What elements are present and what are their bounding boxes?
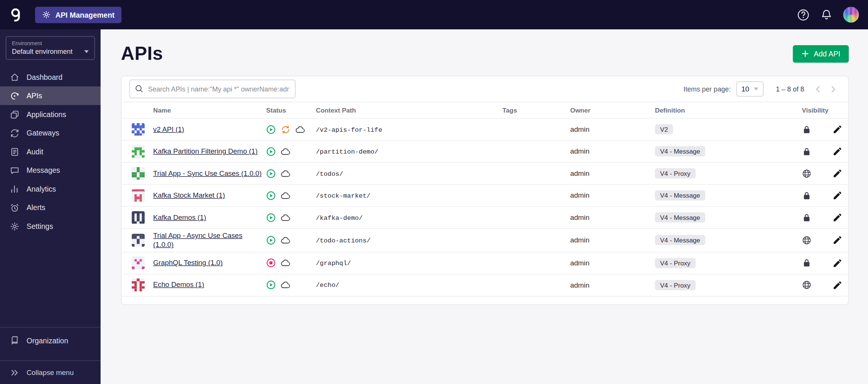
sidebar-item-label: Organization	[27, 336, 69, 345]
context-path: /graphql/	[316, 259, 351, 267]
collapse-icon	[10, 367, 20, 378]
status-cloud-icon	[281, 280, 291, 290]
table-body: v2 API (1) /v2-apis-for-life admin V2 Ka…	[122, 119, 848, 296]
sidebar-item-apis[interactable]: APIs	[0, 87, 101, 105]
sidebar-item-gateways[interactable]: Gateways	[0, 124, 101, 143]
topbar: API Management	[0, 0, 868, 29]
help-button[interactable]	[797, 8, 810, 21]
visibility-cell	[802, 190, 833, 200]
api-name-link[interactable]: Trial App - Async Use Cases (1.0.0)	[153, 229, 264, 252]
status-started-icon	[266, 146, 276, 156]
visibility-cell	[802, 125, 833, 134]
items-per-page-label: Items per page:	[683, 85, 730, 93]
status-cloud-icon	[281, 146, 291, 156]
owner-cell: admin	[570, 192, 655, 200]
sidebar-item-label: Dashboard	[27, 73, 63, 82]
edit-api-button[interactable]	[833, 258, 843, 268]
previous-page-button[interactable]	[811, 82, 826, 96]
messages-icon	[10, 165, 20, 175]
items-per-page-select[interactable]: 10	[736, 81, 763, 97]
visibility-private-icon	[802, 190, 812, 200]
api-name-link[interactable]: Trial App - Sync Use Cases (1.0.0)	[153, 166, 262, 180]
visibility-cell	[802, 235, 833, 245]
status-started-icon	[266, 169, 276, 178]
definition-badge: V4 - Message	[655, 146, 705, 157]
definition-badge: V4 - Proxy	[655, 258, 696, 268]
definition-badge: V4 - Message	[655, 190, 705, 201]
status-cell	[266, 190, 316, 200]
context-path: /kafka-demo/	[316, 214, 363, 221]
app-root: API Management Environment Default envir…	[0, 0, 868, 384]
table-row: v2 API (1) /v2-apis-for-life admin V2	[122, 119, 848, 141]
sidebar-item-organization[interactable]: Organization	[0, 328, 101, 354]
status-started-icon	[266, 125, 276, 134]
gravitee-logo-icon[interactable]	[9, 7, 24, 23]
status-cell	[266, 280, 316, 290]
api-name-link[interactable]: Kafka Demos (1)	[153, 210, 206, 224]
sidebar-item-messages[interactable]: Messages	[0, 161, 101, 180]
sidebar-item-audit[interactable]: Audit	[0, 142, 101, 161]
sidebar-item-alerts[interactable]: Alerts	[0, 198, 101, 217]
analytics-icon	[10, 184, 20, 194]
api-management-badge[interactable]: API Management	[35, 6, 121, 23]
page-title: APIs	[121, 43, 163, 64]
owner-cell: admin	[570, 148, 655, 155]
add-api-button[interactable]: Add API	[793, 45, 849, 62]
api-avatar	[132, 279, 145, 292]
edit-api-button[interactable]	[833, 168, 843, 178]
organization-icon	[10, 335, 20, 346]
gear-icon	[42, 10, 51, 19]
sidebar-item-settings[interactable]: Settings	[0, 217, 101, 236]
sidebar-item-label: Messages	[27, 166, 60, 175]
sidebar-item-label: Analytics	[27, 185, 56, 194]
apis-icon	[10, 91, 20, 101]
api-name-link[interactable]: v2 API (1)	[153, 122, 184, 136]
context-path: /v2-apis-for-life	[316, 126, 382, 133]
visibility-private-icon	[802, 125, 812, 134]
column-header-tags: Tags	[503, 107, 570, 114]
next-page-button[interactable]	[826, 82, 840, 96]
sidebar-item-analytics[interactable]: Analytics	[0, 180, 101, 198]
definition-badge: V4 - Proxy	[655, 280, 696, 290]
status-cell	[266, 235, 316, 245]
status-cloud-icon	[281, 190, 291, 200]
edit-api-button[interactable]	[833, 212, 843, 222]
edit-api-button[interactable]	[833, 190, 843, 201]
edit-api-button[interactable]	[833, 124, 843, 134]
search-input[interactable]	[130, 80, 296, 99]
api-name-link[interactable]: Kafka Stock Market (1)	[153, 189, 225, 202]
notifications-button[interactable]	[820, 8, 833, 21]
status-cell	[266, 125, 316, 134]
api-avatar	[132, 256, 145, 270]
table-row: Trial App - Sync Use Cases (1.0.0) /todo…	[122, 163, 848, 185]
environment-selector[interactable]: Environment Default environment	[6, 36, 95, 60]
table-row: Kafka Stock Market (1) /stock-market/ ad…	[122, 185, 848, 207]
visibility-cell	[802, 258, 833, 268]
api-name-link[interactable]: GraphQL Testing (1.0)	[153, 256, 223, 270]
collapse-menu-button[interactable]: Collapse menu	[0, 361, 101, 384]
edit-api-button[interactable]	[833, 146, 843, 157]
api-name-link[interactable]: Echo Demos (1)	[153, 278, 204, 292]
sidebar-item-dashboard[interactable]: Dashboard	[0, 68, 101, 87]
sidebar-item-label: Settings	[27, 222, 53, 231]
column-header-owner: Owner	[570, 107, 655, 114]
user-avatar[interactable]	[843, 7, 859, 23]
edit-api-button[interactable]	[833, 235, 843, 245]
owner-cell: admin	[570, 259, 655, 267]
sidebar-item-label: Applications	[27, 110, 66, 119]
visibility-private-icon	[802, 258, 812, 268]
visibility-private-icon	[802, 213, 812, 222]
edit-api-button[interactable]	[833, 280, 843, 290]
definition-badge: V4 - Proxy	[655, 168, 696, 178]
apis-card: Items per page: 10 1 – 8 of 8 NameStatus…	[121, 76, 849, 305]
status-started-icon	[266, 190, 276, 200]
pagination-controls: Items per page: 10 1 – 8 of 8	[683, 81, 840, 97]
table-row: Kafka Partition Filtering Demo (1) /part…	[122, 141, 848, 163]
api-name-link[interactable]: Kafka Partition Filtering Demo (1)	[153, 145, 258, 158]
collapse-menu-label: Collapse menu	[27, 369, 74, 376]
visibility-cell	[802, 280, 833, 290]
sidebar-item-applications[interactable]: Applications	[0, 105, 101, 124]
status-cloud-icon	[296, 125, 306, 134]
api-avatar	[132, 189, 145, 202]
gateways-icon	[10, 128, 20, 138]
